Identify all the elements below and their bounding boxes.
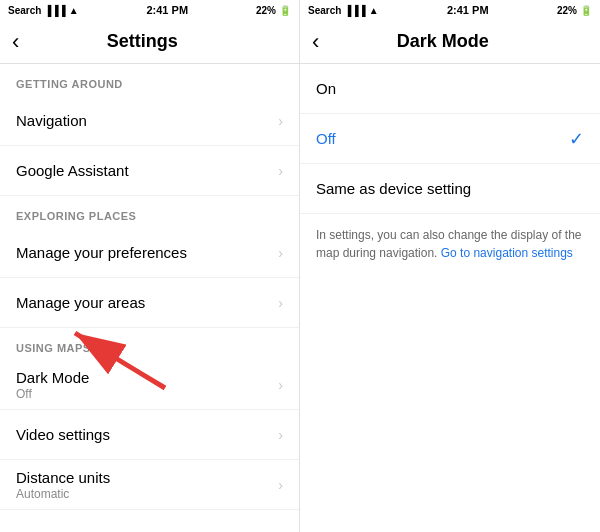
info-text-block: In settings, you can also change the dis… bbox=[300, 214, 600, 274]
section-getting-around: GETTING AROUND bbox=[0, 64, 299, 96]
left-status-bar: Search ▐▐▐ ▲ 2:41 PM 22% 🔋 bbox=[0, 0, 299, 20]
battery-percent-left: 22% bbox=[256, 5, 276, 16]
option-label-off: Off bbox=[316, 130, 336, 147]
check-icon: ✓ bbox=[569, 128, 584, 150]
battery-icon-left: 🔋 bbox=[279, 5, 291, 16]
right-search-text: Search bbox=[308, 5, 341, 16]
right-signal-icon: ▐▐▐ bbox=[344, 5, 365, 16]
left-panel: Search ▐▐▐ ▲ 2:41 PM 22% 🔋 ‹ Settings GE… bbox=[0, 0, 300, 532]
left-nav-bar: ‹ Settings bbox=[0, 20, 299, 64]
option-off[interactable]: Off ✓ bbox=[300, 114, 600, 164]
menu-item-google-assistant[interactable]: Google Assistant › bbox=[0, 146, 299, 196]
right-status-info: Search ▐▐▐ ▲ bbox=[308, 5, 379, 16]
chevron-distance-units: › bbox=[278, 477, 283, 493]
option-label-on: On bbox=[316, 80, 336, 97]
chevron-navigation: › bbox=[278, 113, 283, 129]
right-battery: 22% 🔋 bbox=[557, 5, 592, 16]
chevron-dark-mode: › bbox=[278, 377, 283, 393]
option-label-device-setting: Same as device setting bbox=[316, 180, 471, 197]
menu-label-manage-areas: Manage your areas bbox=[16, 294, 145, 311]
option-device-setting[interactable]: Same as device setting bbox=[300, 164, 600, 214]
left-status-info: Search ▐▐▐ ▲ bbox=[8, 5, 79, 16]
chevron-video-settings: › bbox=[278, 427, 283, 443]
menu-item-distance-units[interactable]: Distance units Automatic › bbox=[0, 460, 299, 510]
menu-label-manage-preferences: Manage your preferences bbox=[16, 244, 187, 261]
menu-item-video-settings[interactable]: Video settings › bbox=[0, 410, 299, 460]
right-title: Dark Mode bbox=[327, 31, 558, 52]
menu-label-navigation: Navigation bbox=[16, 112, 87, 129]
left-battery: 22% 🔋 bbox=[256, 5, 291, 16]
right-status-bar: Search ▐▐▐ ▲ 2:41 PM 22% 🔋 bbox=[300, 0, 600, 20]
section-using-maps: USING MAPS bbox=[0, 328, 299, 360]
menu-item-manage-preferences[interactable]: Manage your preferences › bbox=[0, 228, 299, 278]
left-back-button[interactable]: ‹ bbox=[12, 29, 19, 55]
left-title: Settings bbox=[27, 31, 257, 52]
right-panel: Search ▐▐▐ ▲ 2:41 PM 22% 🔋 ‹ Dark Mode O… bbox=[300, 0, 600, 532]
left-time: 2:41 PM bbox=[146, 4, 188, 16]
navigation-settings-link[interactable]: Go to navigation settings bbox=[441, 246, 573, 260]
chevron-google-assistant: › bbox=[278, 163, 283, 179]
wifi-icon: ▲ bbox=[69, 5, 79, 16]
menu-item-manage-areas[interactable]: Manage your areas › bbox=[0, 278, 299, 328]
right-wifi-icon: ▲ bbox=[369, 5, 379, 16]
menu-item-dark-mode[interactable]: Dark Mode Off › bbox=[0, 360, 299, 410]
chevron-manage-areas: › bbox=[278, 295, 283, 311]
section-exploring-places: EXPLORING PLACES bbox=[0, 196, 299, 228]
battery-percent-right: 22% bbox=[557, 5, 577, 16]
menu-label-video-settings: Video settings bbox=[16, 426, 110, 443]
navigation-settings-link-text[interactable]: Go to navigation settings bbox=[441, 246, 573, 260]
right-nav-bar: ‹ Dark Mode bbox=[300, 20, 600, 64]
menu-label-dark-mode: Dark Mode bbox=[16, 369, 89, 386]
battery-icon-right: 🔋 bbox=[580, 5, 592, 16]
option-on[interactable]: On bbox=[300, 64, 600, 114]
menu-item-navigation[interactable]: Navigation › bbox=[0, 96, 299, 146]
right-back-button[interactable]: ‹ bbox=[312, 29, 319, 55]
menu-sublabel-dark-mode: Off bbox=[16, 387, 89, 401]
signal-icon: ▐▐▐ bbox=[44, 5, 65, 16]
right-time: 2:41 PM bbox=[447, 4, 489, 16]
menu-label-distance-units: Distance units bbox=[16, 469, 110, 486]
menu-label-google-assistant: Google Assistant bbox=[16, 162, 129, 179]
menu-sublabel-distance-units: Automatic bbox=[16, 487, 110, 501]
chevron-manage-preferences: › bbox=[278, 245, 283, 261]
left-search-text: Search bbox=[8, 5, 41, 16]
